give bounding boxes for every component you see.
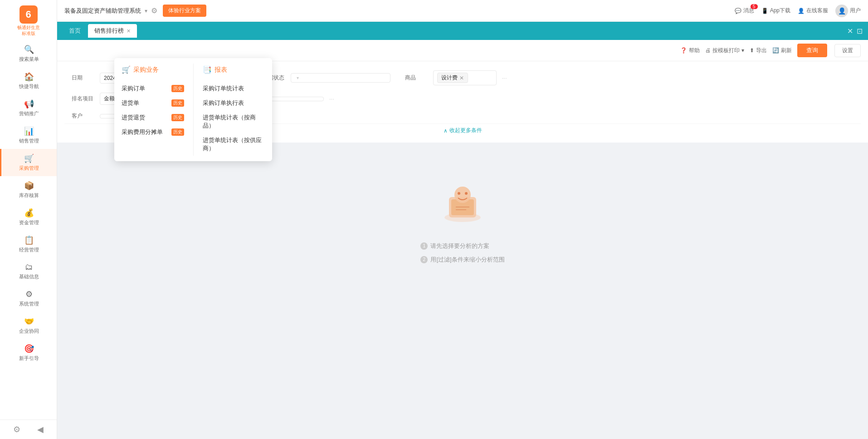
- gear-icon: ⚙: [25, 289, 33, 299]
- tab-maximize-icon[interactable]: ⊡: [857, 27, 863, 35]
- tab-close-all-icon[interactable]: ✕: [847, 27, 853, 35]
- date-label: 日期: [72, 74, 94, 82]
- history-badge: 历史: [171, 99, 184, 107]
- export-btn[interactable]: ⬆ 导出: [750, 47, 767, 54]
- online-service-label: 在线客服: [806, 7, 828, 15]
- sidebar-item-purchase[interactable]: 🛒 采购管理: [0, 149, 57, 176]
- sidebar-item-system[interactable]: ⚙ 系统管理: [0, 285, 57, 312]
- goods-more[interactable]: ···: [502, 74, 507, 81]
- user-avatar: 👤: [835, 5, 848, 17]
- query-button[interactable]: 查询: [797, 44, 827, 57]
- logo-text: 畅通好生意 标准版: [17, 25, 40, 36]
- settings-button[interactable]: 设置: [834, 44, 861, 57]
- export-icon: ⬆: [750, 47, 754, 54]
- home-icon: 🏠: [24, 72, 34, 82]
- topbar-user[interactable]: 👤 用户: [835, 5, 861, 17]
- message-icon: 💬: [735, 8, 741, 14]
- industry-btn[interactable]: 体验行业方案: [163, 5, 206, 17]
- history-badge: 历史: [171, 85, 184, 92]
- sidebar-item-quick-nav[interactable]: 🏠 快捷导航: [0, 67, 57, 94]
- menu-item-purchase-expense[interactable]: 采购费用分摊单 历史: [122, 125, 184, 139]
- cart-icon: 🛒: [24, 153, 34, 163]
- sidebar-item-search[interactable]: 🔍 搜索菜单: [0, 40, 57, 67]
- customer-label: 客户: [72, 112, 94, 120]
- print-icon: 🖨: [705, 47, 711, 54]
- user-label: 用户: [850, 7, 861, 15]
- empty-state-icon: [435, 179, 490, 233]
- sidebar-logo: 6 畅通好生意 标准版: [0, 0, 57, 40]
- sidebar-item-label: 库存核算: [19, 192, 39, 199]
- target-icon: 🎯: [24, 344, 34, 354]
- sidebar-item-label: 系统管理: [19, 301, 39, 307]
- sidebar-nav: 🔍 搜索菜单 🏠 快捷导航 📢 营销推广 📊 销售管理 🛒 采购管理 📦: [0, 40, 57, 419]
- sidebar-item-label: 经营管理: [19, 247, 39, 253]
- sidebar-item-label: 企业协同: [19, 328, 39, 335]
- tab-sales-ranking-label: 销售排行榜: [94, 27, 124, 35]
- sidebar-item-finance[interactable]: 💰 资金管理: [0, 203, 57, 231]
- system-name: 装备及固定资产辅助管理系统: [64, 7, 141, 15]
- sidebar-item-enterprise[interactable]: 🤝 企业协同: [0, 312, 57, 339]
- purchase-report-title: 📑 报表: [203, 64, 265, 76]
- menu-item-inbound-by-goods[interactable]: 进货单统计表（按商品）: [203, 110, 265, 133]
- topbar-online-service[interactable]: 👤 在线客服: [798, 7, 828, 15]
- menu-item-inbound-by-supplier[interactable]: 进货单统计表（按供应商）: [203, 133, 265, 156]
- tab-close-icon[interactable]: ✕: [127, 28, 131, 34]
- sidebar-item-label: 新手引导: [19, 355, 39, 362]
- sidebar-item-label: 营销推广: [19, 110, 39, 117]
- tab-bar-right: ✕ ⊡: [847, 27, 863, 35]
- sidebar-item-label: 采购管理: [19, 165, 39, 172]
- refresh-icon: 🔄: [772, 47, 779, 54]
- tab-bar: 首页 销售排行榜 ✕ ✕ ⊡: [57, 22, 868, 40]
- goods-tag-remove[interactable]: ✕: [459, 75, 464, 81]
- menu-item-inbound-return[interactable]: 进货退货 历史: [122, 110, 184, 125]
- sidebar-item-label: 基础信息: [19, 273, 39, 280]
- sidebar-item-label: 销售管理: [19, 138, 39, 144]
- main-area: 装备及固定资产辅助管理系统 ▾ ⚙ 体验行业方案 💬 消息 5 📱 App下载 …: [57, 0, 868, 439]
- grid-icon: 🗂: [25, 262, 33, 272]
- goods-input[interactable]: 设计费 ✕: [433, 70, 497, 85]
- topbar-app-download[interactable]: 📱 App下载: [761, 7, 790, 15]
- sidebar-item-label: 快捷导航: [19, 83, 39, 90]
- app-download-label: App下载: [770, 7, 790, 15]
- tab-home[interactable]: 首页: [63, 24, 87, 38]
- topbar: 装备及固定资产辅助管理系统 ▾ ⚙ 体验行业方案 💬 消息 5 📱 App下载 …: [57, 0, 868, 22]
- sidebar: 6 畅通好生意 标准版 🔍 搜索菜单 🏠 快捷导航 📢 营销推广 📊: [0, 0, 57, 439]
- tab-home-label: 首页: [69, 27, 81, 35]
- salesperson-more[interactable]: ···: [329, 95, 334, 102]
- print-template-btn[interactable]: 🖨 按模板打印 ▾: [705, 47, 744, 54]
- megaphone-icon: 📢: [24, 99, 34, 109]
- menu-item-inbound[interactable]: 进货单 历史: [122, 96, 184, 110]
- tab-sales-ranking[interactable]: 销售排行榜 ✕: [88, 24, 137, 38]
- service-icon: 👤: [798, 8, 805, 14]
- box-icon: 📦: [24, 181, 34, 191]
- topbar-message[interactable]: 💬 消息 5: [735, 7, 754, 15]
- settings-icon[interactable]: ⚙: [13, 424, 20, 434]
- menu-item-po-exec[interactable]: 采购订单执行表: [203, 96, 265, 110]
- phone-icon: 📱: [761, 8, 768, 14]
- sidebar-item-inventory[interactable]: 📦 库存核算: [0, 176, 57, 203]
- topbar-right: 💬 消息 5 📱 App下载 👤 在线客服 👤 用户: [735, 5, 861, 17]
- collapse-sidebar-icon[interactable]: ◀: [37, 424, 44, 434]
- collapse-up-icon: ∧: [444, 128, 448, 134]
- menu-item-purchase-order[interactable]: 采购订单 历史: [122, 81, 184, 96]
- sidebar-item-newcomer[interactable]: 🎯 新手引导: [0, 339, 57, 366]
- sidebar-item-sales[interactable]: 📊 销售管理: [0, 122, 57, 149]
- topbar-gear-icon[interactable]: ⚙: [151, 6, 157, 15]
- print-dropdown-icon: ▾: [741, 47, 744, 54]
- purchase-business-title: 🛒 采购业务: [122, 64, 184, 76]
- status-input[interactable]: ▾: [291, 73, 390, 83]
- history-badge: 历史: [171, 128, 184, 136]
- svg-point-5: [465, 192, 468, 195]
- refresh-btn[interactable]: 🔄 刷新: [772, 47, 792, 54]
- system-dropdown-icon[interactable]: ▾: [145, 8, 147, 14]
- report-icon: 📑: [203, 65, 212, 74]
- business-icon: 🛒: [122, 65, 131, 74]
- sidebar-item-base-info[interactable]: 🗂 基础信息: [0, 258, 57, 285]
- svg-point-3: [454, 187, 471, 203]
- money-icon: 💰: [24, 208, 34, 218]
- sidebar-item-operations[interactable]: 📋 经营管理: [0, 231, 57, 258]
- help-btn[interactable]: ❓ 帮助: [680, 47, 700, 54]
- empty-state: 1 请先选择要分析的方案 2 用[过滤]条件来缩小分析范围: [57, 143, 868, 302]
- menu-item-po-stat[interactable]: 采购订单统计表: [203, 81, 265, 96]
- sidebar-item-marketing[interactable]: 📢 营销推广: [0, 94, 57, 122]
